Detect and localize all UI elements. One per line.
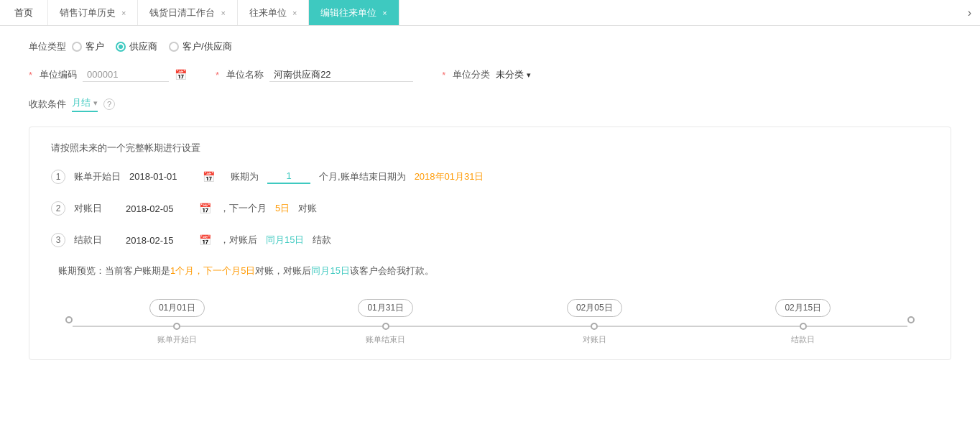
timeline-dot-2 [382, 323, 389, 330]
payment-condition-select[interactable]: 月结 ▾ [72, 96, 98, 112]
unit-type-row: 单位类型 客户 供应商 客户/供应商 [29, 40, 951, 53]
unit-code-calendar-icon[interactable]: 📅 [175, 69, 187, 80]
timeline-label-3: 对账日 [583, 334, 606, 345]
tab-sales-history[interactable]: 销售订单历史 × [48, 0, 138, 25]
payment-condition-value: 月结 [72, 96, 91, 109]
period-highlight-date: 2018年01月31日 [415, 170, 484, 183]
preview-text: 账期预览：当前客户账期是1个月，下一个月5日对账，对账后同月15日该客户会给我打… [51, 264, 929, 277]
preview-end: 该客户会给我打款。 [350, 265, 434, 276]
radio-customer-label: 客户 [85, 40, 104, 53]
radio-supplier-circle [116, 42, 126, 52]
unit-code-label: 单位编码 [40, 68, 77, 81]
tl-line-3b [598, 326, 698, 327]
period-title: 请按照未来的一个完整帐期进行设置 [51, 142, 929, 155]
period-row-3: 3 结款日 2018-02-15 📅 ，对账后 同月15日 结款 [51, 233, 929, 247]
period-box: 请按照未来的一个完整帐期进行设置 1 账单开始日 2018-01-01 📅 账期… [29, 126, 951, 360]
period-payment-suffix: 结款 [313, 234, 331, 247]
tab-bar: 首页 销售订单历史 × 钱货日清工作台 × 往来单位 × 编辑往来单位 × › [0, 0, 980, 26]
radio-group: 客户 供应商 客户/供应商 [72, 40, 232, 53]
unit-classify-arrow: ▾ [527, 70, 531, 80]
timeline-label-1: 账单开始日 [157, 334, 197, 345]
period-row-num-3: 3 [51, 233, 65, 247]
tl-line-2 [282, 326, 382, 327]
tl-line-4b [807, 326, 907, 327]
unit-classify-required: * [442, 70, 445, 80]
timeline-dot-1 [173, 323, 180, 330]
tab-cash-work[interactable]: 钱货日清工作台 × [138, 0, 237, 25]
period-reconcile-date: 2018-02-05 [126, 203, 190, 214]
period-payment-calendar-icon[interactable]: 📅 [199, 234, 211, 246]
timeline-badge-1: 01月01日 [149, 299, 205, 317]
unit-type-group: 单位类型 客户 供应商 客户/供应商 [29, 40, 232, 53]
unit-classify-label: 单位分类 [453, 68, 490, 81]
tl-line-1b [180, 326, 281, 327]
timeline-dot-3 [591, 323, 598, 330]
tab-cash-work-close[interactable]: × [221, 9, 225, 17]
period-row-num-2: 2 [51, 201, 65, 216]
tab-home[interactable]: 首页 [0, 0, 48, 25]
timeline-start [65, 299, 73, 323]
help-icon[interactable]: ? [103, 98, 115, 110]
period-reconcile-label: 对账日 [74, 202, 117, 215]
timeline-label-2: 账单结束日 [366, 334, 405, 345]
period-reconcile-middle: ，下一个月 [220, 202, 267, 215]
unit-name-label: 单位名称 [226, 68, 264, 81]
period-start-calendar-icon[interactable]: 📅 [203, 171, 215, 183]
timeline-node-4: 02月15日 结款日 [699, 299, 908, 345]
period-payment-middle: ，对账后 [220, 234, 257, 247]
period-payment-date: 2018-02-15 [126, 235, 190, 246]
tab-more-button[interactable]: › [959, 0, 980, 25]
period-months-input[interactable] [267, 169, 310, 184]
main-content: 单位类型 客户 供应商 客户/供应商 * 单位编码 [0, 26, 980, 437]
tl-line-3 [490, 326, 591, 327]
timeline-start-dot [65, 316, 73, 323]
timeline-badge-2: 01月31日 [358, 299, 413, 317]
tab-cash-work-label: 钱货日清工作台 [149, 6, 215, 19]
unit-name-required: * [216, 70, 219, 80]
radio-supplier[interactable]: 供应商 [116, 40, 157, 53]
preview-label: 账期预览：当前客户账期是 [58, 265, 170, 276]
preview-part2: 下一个月5日 [203, 265, 255, 276]
timeline-label-4: 结款日 [791, 334, 815, 345]
tab-home-label: 首页 [14, 6, 33, 19]
tab-partner[interactable]: 往来单位 × [238, 0, 309, 25]
timeline-badge-4: 02月15日 [775, 299, 831, 317]
period-payment-label: 结款日 [74, 234, 117, 247]
unit-name-input[interactable] [269, 68, 413, 82]
radio-customer-supplier[interactable]: 客户/供应商 [169, 40, 232, 53]
tab-sales-history-label: 销售订单历史 [60, 6, 116, 19]
timeline-wrapper: 01月01日 账单开始日 01月31日 [51, 299, 929, 345]
period-reconcile-calendar-icon[interactable]: 📅 [199, 203, 211, 214]
payment-condition-row: 收款条件 月结 ▾ ? [29, 96, 951, 112]
timeline-segments: 01月01日 账单开始日 01月31日 [73, 299, 907, 345]
preview-mid: 对账，对账后 [255, 265, 311, 276]
payment-condition-group: 收款条件 月结 ▾ ? [29, 96, 115, 112]
period-payment-highlight: 同月15日 [266, 234, 304, 247]
tl-line-2b [389, 326, 490, 327]
radio-customer-supplier-circle [169, 42, 179, 52]
tab-edit-partner-label: 编辑往来单位 [320, 6, 376, 19]
timeline-node-1: 01月01日 账单开始日 [73, 299, 282, 345]
period-prefix: 账期为 [231, 170, 259, 183]
tab-edit-partner-close[interactable]: × [382, 9, 387, 17]
tl-line-4 [699, 326, 800, 327]
timeline-end [907, 299, 915, 323]
radio-customer[interactable]: 客户 [72, 40, 104, 53]
period-start-label: 账单开始日 [74, 170, 121, 183]
code-name-row: * 单位编码 📅 * 单位名称 * 单位分类 未分类 ▾ [29, 68, 951, 82]
unit-code-input[interactable] [83, 68, 169, 82]
preview-part3: 同月15日 [311, 265, 349, 276]
period-row-2: 2 对账日 2018-02-05 📅 ，下一个月5日 对账 [51, 201, 929, 216]
unit-classify-dropdown[interactable]: 未分类 ▾ [496, 68, 531, 81]
timeline-end-dot [907, 316, 915, 323]
unit-code-group: * 单位编码 📅 [29, 68, 187, 82]
period-reconcile-suffix: 对账 [298, 202, 317, 215]
period-suffix: 个月,账单结束日期为 [319, 170, 406, 183]
tab-edit-partner[interactable]: 编辑往来单位 × [309, 0, 399, 25]
preview-part1: 1个月， [170, 265, 203, 276]
tab-sales-history-close[interactable]: × [121, 9, 126, 17]
period-reconcile-highlight: 5日 [275, 202, 290, 215]
unit-code-required: * [29, 70, 32, 80]
tab-partner-close[interactable]: × [292, 9, 297, 17]
tl-line-1 [73, 326, 173, 327]
